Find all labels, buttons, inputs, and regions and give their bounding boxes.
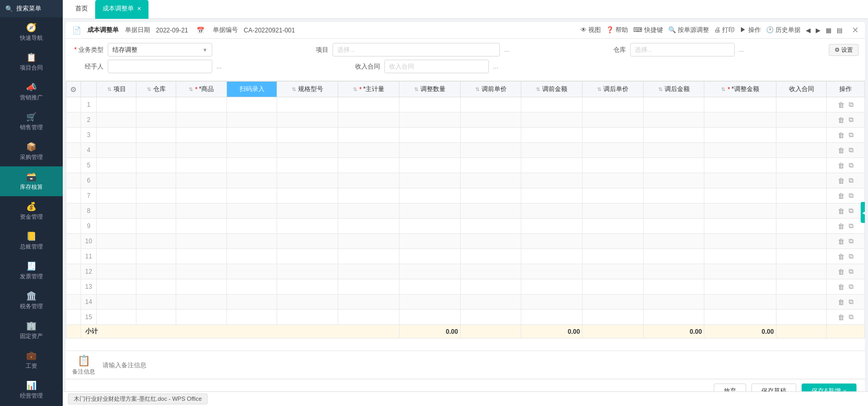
- sidebar-item-ledger[interactable]: 📒 总账管理: [0, 226, 63, 256]
- data-cell[interactable]: [176, 173, 227, 188]
- warehouse-dots[interactable]: ...: [739, 46, 744, 53]
- data-cell[interactable]: [176, 249, 227, 264]
- data-cell[interactable]: [460, 143, 521, 158]
- data-cell[interactable]: [583, 97, 644, 112]
- data-cell[interactable]: [136, 234, 176, 249]
- data-cell[interactable]: [338, 158, 399, 173]
- data-cell[interactable]: [338, 188, 399, 204]
- data-cell[interactable]: [338, 112, 399, 128]
- data-cell[interactable]: [227, 143, 277, 158]
- data-cell[interactable]: [227, 295, 277, 310]
- data-cell[interactable]: [176, 143, 227, 158]
- data-cell[interactable]: [521, 264, 583, 279]
- calendar-icon[interactable]: 📅: [197, 27, 204, 34]
- col-warehouse[interactable]: ⇅仓库: [136, 82, 176, 97]
- data-cell[interactable]: [97, 234, 136, 249]
- data-cell[interactable]: [97, 143, 136, 158]
- data-cell[interactable]: [643, 97, 704, 112]
- data-cell[interactable]: [227, 128, 277, 143]
- col-unit[interactable]: ⇅**主计量: [338, 82, 399, 97]
- notes-input[interactable]: [100, 354, 859, 376]
- data-cell[interactable]: [136, 310, 176, 325]
- data-cell[interactable]: [583, 173, 644, 188]
- data-cell[interactable]: [399, 173, 461, 188]
- col-prev-price[interactable]: ⇅调前单价: [460, 82, 521, 97]
- data-cell[interactable]: [97, 128, 136, 143]
- data-cell[interactable]: [583, 128, 644, 143]
- data-cell[interactable]: [704, 249, 776, 264]
- data-cell[interactable]: [583, 204, 644, 219]
- data-cell[interactable]: [776, 158, 826, 173]
- settings-button[interactable]: ⚙ 设置: [829, 44, 859, 56]
- copy-row-button[interactable]: ⧉: [848, 206, 854, 216]
- shortcut-action[interactable]: ⌨ 快捷键: [633, 26, 663, 35]
- data-cell[interactable]: [176, 234, 227, 249]
- data-cell[interactable]: [521, 204, 583, 219]
- history-action[interactable]: 🕐 历史单据: [766, 26, 801, 35]
- data-cell[interactable]: [776, 234, 826, 249]
- data-cell[interactable]: [776, 249, 826, 264]
- data-cell[interactable]: [776, 97, 826, 112]
- delete-row-button[interactable]: 🗑: [837, 191, 846, 201]
- data-cell[interactable]: [583, 112, 644, 128]
- data-cell[interactable]: [338, 310, 399, 325]
- sort-icon-qty[interactable]: ⇅: [414, 86, 418, 92]
- data-cell[interactable]: [460, 279, 521, 295]
- data-cell[interactable]: [176, 204, 227, 219]
- data-cell[interactable]: [176, 128, 227, 143]
- copy-row-button[interactable]: ⧉: [848, 99, 854, 110]
- data-cell[interactable]: [643, 112, 704, 128]
- data-cell[interactable]: [338, 204, 399, 219]
- data-cell[interactable]: [583, 219, 644, 234]
- col-settings[interactable]: ⚙: [66, 82, 81, 97]
- data-cell[interactable]: [583, 158, 644, 173]
- delete-row-button[interactable]: 🗑: [837, 297, 846, 307]
- next-action[interactable]: ▶: [816, 27, 820, 34]
- copy-row-button[interactable]: ⧉: [848, 312, 854, 322]
- data-cell[interactable]: [227, 234, 277, 249]
- data-cell[interactable]: [97, 310, 136, 325]
- sort-icon-prev-amount[interactable]: ⇅: [536, 86, 540, 92]
- data-cell[interactable]: [97, 97, 136, 112]
- data-cell[interactable]: [776, 219, 826, 234]
- data-cell[interactable]: [776, 128, 826, 143]
- data-cell[interactable]: [776, 310, 826, 325]
- sidebar-item-sales[interactable]: 🛒 销售管理: [0, 107, 63, 137]
- data-cell[interactable]: [176, 158, 227, 173]
- data-cell[interactable]: [227, 264, 277, 279]
- copy-row-button[interactable]: ⧉: [848, 281, 854, 292]
- grid1-action[interactable]: ▦: [826, 27, 831, 34]
- delete-row-button[interactable]: 🗑: [837, 145, 846, 155]
- data-cell[interactable]: [338, 143, 399, 158]
- data-cell[interactable]: [277, 219, 338, 234]
- data-cell[interactable]: [399, 279, 461, 295]
- copy-row-button[interactable]: ⧉: [848, 266, 854, 277]
- data-cell[interactable]: [704, 143, 776, 158]
- data-cell[interactable]: [776, 173, 826, 188]
- data-cell[interactable]: [136, 188, 176, 204]
- data-cell[interactable]: [227, 249, 277, 264]
- data-cell[interactable]: [277, 249, 338, 264]
- copy-row-button[interactable]: ⧉: [848, 175, 854, 186]
- data-cell[interactable]: [176, 188, 227, 204]
- data-cell[interactable]: [227, 173, 277, 188]
- data-cell[interactable]: [227, 112, 277, 128]
- col-qty[interactable]: ⇅调整数量: [399, 82, 461, 97]
- data-cell[interactable]: [399, 158, 461, 173]
- income-contract-input[interactable]: 收入合同: [384, 60, 489, 73]
- table-settings-icon[interactable]: ⚙: [70, 85, 77, 94]
- data-cell[interactable]: [643, 295, 704, 310]
- data-cell[interactable]: [277, 295, 338, 310]
- data-cell[interactable]: [227, 97, 277, 112]
- data-cell[interactable]: [277, 234, 338, 249]
- data-cell[interactable]: [227, 279, 277, 295]
- sort-icon-adjust-amount[interactable]: ⇅: [721, 86, 725, 92]
- data-cell[interactable]: [399, 204, 461, 219]
- data-cell[interactable]: [460, 128, 521, 143]
- data-cell[interactable]: [227, 219, 277, 234]
- data-cell[interactable]: [399, 143, 461, 158]
- data-cell[interactable]: [136, 112, 176, 128]
- data-cell[interactable]: [399, 264, 461, 279]
- sort-icon-goods[interactable]: ⇅: [189, 86, 193, 92]
- project-input[interactable]: 选择...: [333, 43, 500, 57]
